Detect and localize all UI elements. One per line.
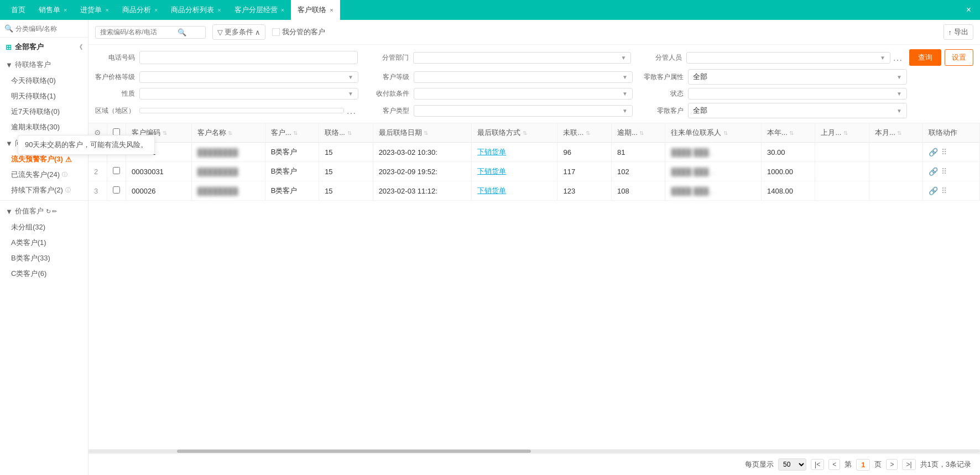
sidebar-item-overdue[interactable]: 逾期未联络(30) [0,119,88,135]
horizontal-scrollbar[interactable] [88,449,980,453]
query-button[interactable]: 查询 [909,49,941,66]
global-close-button[interactable]: × [962,5,976,15]
filter-retail-attr: 零散客户属性 全部 ▼ [644,69,907,85]
col-last-type: 最后联络方式 ⇅ [472,123,557,143]
col-unit-contact: 往来单位联系人 ⇅ [665,123,762,143]
row-name: ████████ [191,162,265,181]
sidebar-search-icon: 🔍 [4,24,13,33]
search-input[interactable] [100,28,178,36]
sidebar-item-ungrouped[interactable]: 未分组(32) [0,220,88,235]
my-customer-toggle[interactable]: 我分管的客户 [272,27,325,37]
filter-price-grade: 客户价格等级 ▼ [95,71,358,83]
row-checkbox[interactable] [107,162,126,181]
per-page-label: 每页显示 [745,460,774,469]
row-action: 🔗 ⠿ [923,162,980,181]
nav-sales[interactable]: 销售单 × [32,0,74,20]
content-area: 🔍 ▽ 更多条件 ∧ 我分管的客户 ↑ 导出 电话号码 [88,20,980,475]
phone-input[interactable] [139,51,358,64]
nav-purchase-close[interactable]: × [105,7,108,13]
page-size-select[interactable]: 50 100 200 [778,458,806,471]
sidebar-item-declining[interactable]: 持续下滑客户(2) ⓘ [0,182,88,198]
nature-select[interactable]: ▼ [139,88,358,100]
filter-customer-type: 客户类型 ▼ [369,105,633,117]
status-select[interactable]: ▼ [688,88,907,100]
chevron-down-icon2: ▼ [880,55,885,61]
refresh-icon[interactable]: ↻ [46,208,51,215]
row-last-type[interactable]: 下销货单 [472,162,557,181]
customer-type-select[interactable]: ▼ [414,105,633,117]
region-more-icon[interactable]: … [344,105,358,117]
row-type: B类客户 [265,162,319,181]
nav-product-list-close[interactable]: × [217,7,221,13]
row-this-year: 1000.00 [761,162,815,181]
sidebar-item-tomorrow[interactable]: 明天待联络(1) [0,88,88,104]
sidebar-all-customers[interactable]: ⊞ 全部客户 《 [0,38,88,56]
scroll-thumb[interactable] [177,450,531,453]
region-select[interactable] [139,108,344,113]
nav-purchase[interactable]: 进货单 × [74,0,115,20]
nav-customer-contact-close[interactable]: × [330,7,333,13]
table-header-row: ⚙ 客户编码 ⇅ 客户名称 ⇅ [88,123,980,143]
arrow-down-icon: ▼ [6,61,13,69]
info-icon: ⓘ [62,171,67,179]
action-link-icon[interactable]: 🔗 [929,186,938,195]
row-this-month [869,143,922,162]
sidebar-item-today[interactable]: 今天待联络(0) [0,73,88,88]
row-checkbox[interactable] [107,181,126,201]
nav-customer-tier[interactable]: 客户分层经营 × [228,0,291,20]
last-page-button[interactable]: >| [902,459,915,470]
row-name: ████████ [191,181,265,201]
row-last-month [815,181,869,201]
nav-customer-contact[interactable]: 客户联络 × [291,0,340,20]
row-action: 🔗 ⠿ [923,143,980,162]
edit-icon[interactable]: ✏ [52,208,57,215]
retail-attr-select[interactable]: 全部 ▼ [688,69,907,85]
filter-status: 状态 ▼ [644,88,907,100]
more-icon[interactable]: … [890,52,905,64]
nav-sales-close[interactable]: × [64,7,67,13]
sidebar-search-input[interactable] [15,25,84,33]
action-menu-icon[interactable]: ⠿ [941,148,947,156]
page-suffix: 页 [874,460,882,469]
action-menu-icon[interactable]: ⠿ [941,186,947,195]
nav-customer-tier-close[interactable]: × [281,7,284,13]
sidebar-item-b-class[interactable]: B类客户(33) [0,250,88,266]
sidebar-item-a-class[interactable]: A类客户(1) [0,235,88,250]
row-code: 00030031 [126,162,192,181]
row-last-type[interactable]: 下销货单 [472,143,557,162]
prev-page-button[interactable]: < [828,459,840,470]
customer-grade-select[interactable]: ▼ [414,71,633,83]
nav-product-list[interactable]: 商品分析列表 × [164,0,227,20]
checkbox-icon [272,28,280,36]
row-overdue: 81 [611,143,665,162]
price-grade-select[interactable]: ▼ [139,71,358,83]
search-icon[interactable]: 🔍 [178,28,186,36]
export-button[interactable]: ↑ 导出 [943,24,974,40]
nav-product-analysis-close[interactable]: × [154,7,158,13]
setting-button[interactable]: 设置 [945,49,973,66]
action-link-icon[interactable]: 🔗 [929,167,938,176]
filter-phone: 电话号码 [95,51,358,64]
sidebar-item-c-class[interactable]: C类客户(6) [0,266,88,281]
sort-icon-code: ⇅ [163,130,167,136]
next-page-button[interactable]: > [886,459,898,470]
more-conditions-button[interactable]: ▽ 更多条件 ∧ [212,24,265,40]
filter-nature: 性质 ▼ [95,88,358,100]
retail-customer-select[interactable]: 全部 ▼ [688,103,907,118]
row-last-date: 2023-02-03 11:12: [373,181,472,201]
dept-select[interactable]: ▼ [413,52,632,64]
payment-select[interactable]: ▼ [414,88,633,100]
nav-product-analysis[interactable]: 商品分析 × [116,0,164,20]
row-this-year: 1408.00 [761,181,815,201]
row-last-type[interactable]: 下销货单 [472,181,557,201]
person-select[interactable]: ▼ [686,52,890,64]
sidebar-item-7days[interactable]: 近7天待联络(0) [0,104,88,119]
sidebar-group-value[interactable]: ▼ 价值客户 ↻ ✏ [0,203,88,220]
action-menu-icon[interactable]: ⠿ [941,167,947,176]
first-page-button[interactable]: |< [811,459,824,470]
nav-home[interactable]: 首页 [4,0,32,20]
sidebar-item-churned[interactable]: 已流失客户(24) ⓘ [0,167,88,182]
action-link-icon[interactable]: 🔗 [929,148,938,156]
col-last-date: 最后联络日期 ⇅ [373,123,472,143]
sidebar-group-pending[interactable]: ▼ 待联络客户 [0,56,88,73]
